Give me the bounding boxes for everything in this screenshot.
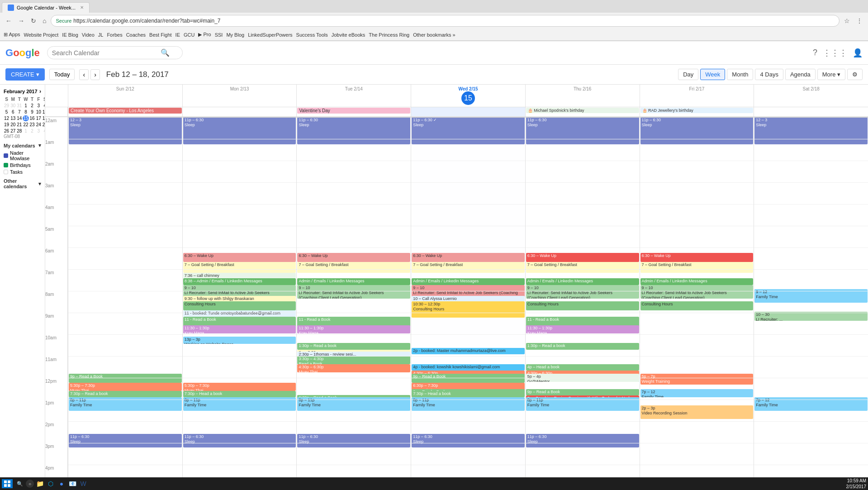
calendar-event[interactable]: 7:30p – Head a book [183,391,296,397]
calendar-event[interactable]: 11p – 6:30 Sleep [69,434,182,447]
mini-cal-date[interactable]: 21 [16,122,22,128]
all-day-event[interactable]: Create Your Own Economy - Los Angeles [69,108,182,114]
day-col-fri[interactable]: 11p – 6:30 Sleep6:30 – Wake Up7 – Goal S… [640,117,754,478]
calendar-event[interactable]: 9 – 10 LI Recruiter: Send InMail to Acti… [640,285,754,299]
calendar-event[interactable]: 11p – 6:30 ✓ Sleep [412,117,525,144]
calendar-event[interactable]: 9p – Read a Book [412,374,525,383]
extensions-btn[interactable]: ☆ [842,16,852,25]
bookmark-linkedsuperpowers[interactable]: LinkedSuperPowers [248,32,292,38]
calendar-event[interactable]: 5p – 7p Weight Training [640,374,754,385]
mini-cal-date[interactable]: 4 [42,128,45,134]
back-btn[interactable]: ← [4,16,14,25]
other-calendars-header[interactable]: Other calendars ▾ [4,178,41,189]
all-day-tue[interactable]: Valentine's Day [296,107,411,116]
all-day-event[interactable]: 🎂 Michael Spodnick's birthday [526,108,639,113]
calendar-event[interactable]: 11p – 6:30 Sleep [640,117,754,144]
calendar-item-nader[interactable]: Nader Mowlase [4,150,41,161]
calendar-event[interactable]: 11:30 – 1:30p Krav Maga [526,325,639,333]
calendar-event[interactable]: 4p - booked: kowshik kowshikislami@gmail… [412,364,525,371]
day-col-wed[interactable]: 11p – 6:30 ✓ Sleep6:30 – Wake Up7 – Goal… [411,117,525,478]
all-day-event[interactable]: Valentine's Day [297,108,410,114]
next-week-btn[interactable]: › [90,69,100,80]
all-day-sat[interactable] [754,107,868,116]
search-input[interactable] [52,49,161,57]
mini-cal-date[interactable]: 9 [29,109,35,115]
all-day-thu[interactable]: 🎂 Michael Spodnick's birthday [525,107,640,116]
calendar-event[interactable]: 13p – 3p Working on Website Pages [183,337,296,344]
calendar-event[interactable]: 5:30p – 7:30p Muay Thai [69,383,182,391]
calendar-event[interactable]: 11p – 6:30 Sleep [297,434,410,447]
mini-cal-date[interactable]: 26 [4,128,9,134]
calendar-event[interactable]: 11:30 – 1:30p Krav Maga [183,325,296,333]
mini-cal-date[interactable]: 6 [10,109,16,115]
calendar-event[interactable]: 7 – Goal Setting / Breakfast [412,262,525,273]
mini-cal-date[interactable]: 27 [10,128,16,134]
mini-cal-date[interactable]: 29 [4,103,9,109]
day-col-mon[interactable]: 11p – 6:30 Sleep6:30 – Wake Up7 – Goal S… [182,117,297,478]
bookmark-coaches[interactable]: Coaches [126,32,146,38]
calendar-event[interactable]: Consulting Hours [640,301,754,310]
mini-cal-date[interactable]: 16 [29,115,35,121]
calendar-event[interactable]: 11p – 6:30 Sleep [183,117,296,144]
calendar-event[interactable]: 11p – 6:30 Sleep [526,117,639,144]
my-calendars-header[interactable]: My calendars ▾ [4,143,41,148]
calendar-event[interactable]: 6:30 – Wake Up [526,253,639,262]
calendar-event[interactable]: 2p – 3p Video Recording Session [640,405,754,419]
day-header-tue[interactable]: Tue 2/14 [296,85,411,107]
calendar-event[interactable]: Admin / Emails / LinkedIn Messages [526,278,639,285]
calendar-event[interactable]: 11p – 6:30 Sleep [183,434,296,447]
calendar-event[interactable]: 7 – Goal Setting / Breakfast [640,262,754,273]
bookmark-video[interactable]: Video [82,32,95,38]
calendar-event[interactable]: 11p – 6:30 Sleep [297,117,410,144]
calendar-event[interactable]: 9 – 10 LI Recruiter: Send InMail to Acti… [297,285,410,299]
bookmark-forbes[interactable]: Forbes [107,32,122,38]
bookmark-best-fight[interactable]: Best Fight [149,32,172,38]
mini-cal-date[interactable]: 3 [36,128,42,134]
search-box[interactable]: 🔍 [47,46,183,59]
day-col-sun[interactable]: 12 – 3 Sleep9p – Read a Book5:30p – 7:30… [68,117,182,478]
mini-cal-date[interactable]: 23 [29,122,35,128]
day-header-fri[interactable]: Fri 2/17 [640,85,754,107]
day-col-thu[interactable]: 11p – 6:30 Sleep6:30 – Wake Up7 – Goal S… [525,117,640,478]
bookmark-gcu[interactable]: GCU [184,32,194,38]
calendar-event[interactable]: 1:30p – Read a book [297,343,410,350]
day-header-thu[interactable]: Thu 2/16 [525,85,640,107]
mini-cal-date[interactable]: 1 [23,103,28,109]
mini-cal-date[interactable]: 30 [10,103,16,109]
view-week-btn[interactable]: Week [700,69,725,80]
calendar-event[interactable]: 4p – Head a book [526,364,639,371]
mini-cal-date[interactable]: 19 [4,122,9,128]
calendar-event[interactable]: 10:30 – 12:30p Consulting Hours [412,301,525,318]
mini-cal-date[interactable]: 5 [4,109,9,115]
reload-btn[interactable]: ↻ [29,16,38,25]
day-col-tue[interactable]: 11p – 6:30 Sleep6:30 – Wake Up7 – Goal S… [296,117,411,478]
bookmark-pro[interactable]: ▶ Pro [198,32,211,38]
bookmark-ie[interactable]: IE [175,32,180,38]
day-header-sun[interactable]: Sun 2/12 [68,85,182,107]
all-day-wed[interactable] [411,107,525,116]
day-col-sat[interactable]: 12 – 3 Sleep9 – 12 Family Time10 – 30 LI… [754,117,868,478]
mini-cal-date[interactable]: 2 [29,103,35,109]
bookmark-other[interactable]: Other bookmarks » [413,32,455,38]
calendar-event[interactable]: 9 – 10 LI Recruiter: Send InMail to Acti… [526,285,639,299]
view-more-btn[interactable]: More ▾ [817,69,845,80]
calendar-event[interactable]: 6:30 – Wake Up [640,253,754,262]
mini-cal-date[interactable]: 11 [42,109,45,115]
all-day-fri[interactable]: 🎂 RAD Jewellery's birthday [640,107,754,116]
mini-cal-date[interactable]: 14 [16,115,22,121]
bookmark-princess-ring[interactable]: The Princess Ring [369,32,409,38]
calendar-event[interactable]: 7 – Goal Setting / Breakfast [183,262,296,273]
mini-cal-today[interactable]: 15 [23,115,28,121]
calendar-event[interactable]: 6:30 – Wake Up [412,253,525,262]
calendar-event[interactable]: 12 – 3 Sleep [754,117,868,144]
calendar-event[interactable]: Consulting Hours [526,301,639,310]
bookmark-success-tools[interactable]: Success Tools [296,32,328,38]
calendar-event[interactable]: 7:36 – call chimney [183,273,296,278]
browser-tab[interactable]: Google Calendar - Week... ✕ [2,2,90,13]
mini-cal-date[interactable]: 20 [10,122,16,128]
mini-cal-nav[interactable]: › [39,88,41,95]
calendar-event[interactable]: 10 – 30 LI Recruiter: ... [754,312,868,321]
search-button[interactable]: 🔍 [161,48,170,57]
view-month-btn[interactable]: Month [727,69,753,80]
view-agenda-btn[interactable]: Agenda [785,69,816,80]
